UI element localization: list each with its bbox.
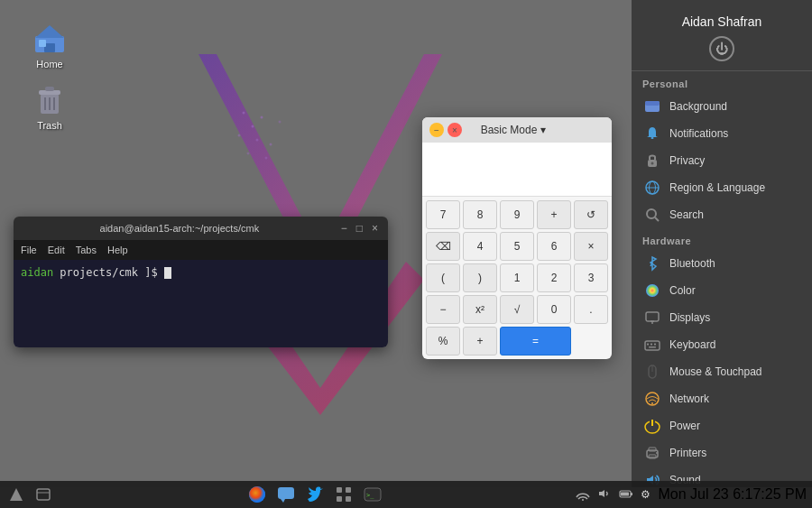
svg-point-4 (243, 112, 245, 115)
keyboard-icon (644, 337, 660, 353)
taskbar-twitter[interactable] (302, 482, 328, 507)
settings-item-privacy[interactable]: Privacy (633, 147, 810, 174)
svg-rect-61 (337, 496, 342, 502)
power-button[interactable]: ⏻ (709, 36, 734, 61)
calc-btn-0[interactable]: 0 (537, 295, 571, 324)
calc-btn-sqrt[interactable]: √ (500, 295, 534, 324)
settings-item-power[interactable]: Power (633, 412, 810, 439)
power-settings-icon (644, 418, 660, 434)
svg-text:>_: >_ (366, 492, 374, 499)
background-icon (644, 98, 660, 115)
terminal-minimize-btn[interactable]: − (338, 222, 350, 235)
calc-btn-percent[interactable]: % (426, 327, 460, 356)
settings-item-printers[interactable]: Printers (633, 439, 810, 466)
settings-item-bluetooth[interactable]: Bluetooth (633, 250, 810, 277)
taskbar-battery-indicator[interactable] (619, 486, 633, 503)
settings-section-hardware: Hardware (632, 228, 812, 250)
settings-item-notifications[interactable]: Notifications (633, 120, 810, 147)
terminal-menu-help[interactable]: Help (107, 245, 128, 255)
taskbar-settings-indicator[interactable]: ⚙ (641, 488, 651, 501)
svg-rect-39 (649, 346, 656, 348)
settings-item-region[interactable]: Region & Language (633, 174, 810, 201)
taskbar-firefox[interactable] (245, 482, 270, 507)
calculator-close-btn[interactable]: × (448, 123, 462, 137)
search-icon (644, 207, 660, 223)
taskbar-network-indicator[interactable] (576, 486, 590, 503)
taskbar-app-icons: >_ (245, 482, 385, 507)
calc-btn-plus-top[interactable]: + (537, 200, 571, 229)
calc-btn-2[interactable]: 2 (537, 263, 571, 292)
taskbar-terminal[interactable]: >_ (360, 482, 385, 507)
settings-section-personal: Personal (632, 71, 812, 93)
calc-btn-6[interactable]: 6 (537, 232, 571, 261)
desktop-icon-home[interactable]: Home (18, 16, 81, 73)
calc-btn-equals[interactable]: = (500, 327, 571, 356)
calculator-display (422, 143, 612, 197)
calc-btn-7[interactable]: 7 (426, 200, 460, 229)
taskbar-appgrid[interactable] (331, 482, 356, 507)
calc-btn-dot[interactable]: . (574, 295, 608, 324)
svg-rect-14 (39, 40, 46, 47)
terminal-maximize-btn[interactable]: □ (354, 222, 365, 235)
svg-point-47 (656, 452, 658, 454)
settings-item-printers-label: Printers (669, 447, 706, 459)
calc-btn-plus-bottom[interactable]: + (463, 327, 497, 356)
terminal-close-btn[interactable]: × (369, 222, 381, 235)
terminal-separator: projects/cmk (60, 266, 138, 279)
privacy-icon (644, 152, 660, 169)
desktop-icon-trash[interactable]: Trash (18, 78, 81, 134)
calc-btn-5[interactable]: 5 (500, 232, 534, 261)
calc-btn-close-paren[interactable]: ) (463, 263, 497, 292)
settings-item-region-label: Region & Language (669, 181, 765, 194)
calculator-mode-selector[interactable]: Basic Mode ▾ (481, 124, 547, 136)
displays-icon (644, 309, 660, 326)
calc-btn-square[interactable]: x² (463, 295, 497, 324)
calc-btn-4[interactable]: 4 (463, 232, 497, 261)
svg-point-9 (279, 121, 281, 124)
home-folder-icon (32, 20, 68, 56)
terminal-window-controls: − □ × (338, 222, 381, 235)
terminal-menu-tabs[interactable]: Tabs (76, 245, 97, 255)
username-label: Aidan Shafran (682, 14, 762, 29)
calculator-mode-chevron: ▾ (540, 124, 546, 136)
settings-item-mouse[interactable]: Mouse & Touchpad (633, 358, 810, 385)
calc-btn-backspace[interactable]: ⌫ (426, 232, 460, 261)
printers-icon (644, 445, 660, 461)
terminal-menu-edit[interactable]: Edit (48, 245, 65, 255)
calc-btn-1[interactable]: 1 (500, 263, 534, 292)
svg-point-31 (646, 284, 659, 297)
calc-btn-minus[interactable]: − (426, 295, 460, 324)
calculator-minimize-btn[interactable]: − (429, 123, 444, 137)
settings-item-background[interactable]: Background (633, 93, 810, 120)
svg-point-56 (249, 486, 265, 503)
taskbar-apps-btn[interactable] (5, 484, 27, 505)
settings-item-color[interactable]: Color (633, 277, 810, 304)
svg-rect-57 (278, 487, 294, 499)
taskbar-files-btn[interactable] (32, 484, 54, 505)
svg-rect-60 (346, 487, 351, 493)
settings-item-privacy-label: Privacy (669, 154, 705, 167)
settings-item-search[interactable]: Search (633, 201, 810, 228)
calc-btn-8[interactable]: 8 (463, 200, 497, 229)
calc-btn-open-paren[interactable]: ( (426, 263, 460, 292)
terminal-body[interactable]: aidan projects/cmk ]$ (14, 260, 388, 347)
taskbar-left (5, 484, 54, 505)
settings-item-network[interactable]: Network (633, 385, 810, 412)
mouse-icon (644, 364, 660, 380)
taskbar-chat[interactable] (273, 482, 299, 507)
calc-btn-multiply[interactable]: × (574, 232, 608, 261)
svg-rect-59 (337, 487, 342, 493)
settings-item-displays[interactable]: Displays (633, 304, 810, 331)
svg-rect-23 (651, 137, 654, 139)
svg-rect-37 (651, 344, 652, 346)
taskbar-volume-indicator[interactable] (597, 486, 612, 503)
settings-item-keyboard[interactable]: Keyboard (633, 331, 810, 358)
calc-btn-9[interactable]: 9 (500, 200, 534, 229)
svg-point-2 (252, 125, 254, 128)
settings-item-power-label: Power (669, 420, 700, 432)
terminal-prompt-symbol: ]$ (144, 266, 164, 279)
trash-can-icon (32, 81, 68, 117)
calc-btn-3[interactable]: 3 (574, 263, 608, 292)
calc-btn-undo[interactable]: ↺ (574, 200, 608, 229)
terminal-menu-file[interactable]: File (21, 245, 37, 255)
